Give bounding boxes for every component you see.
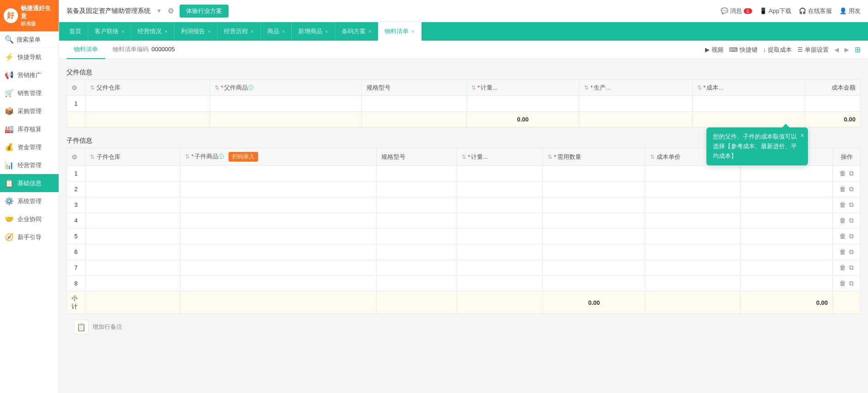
sidebar-item-marketing[interactable]: 📢营销推广: [0, 66, 59, 84]
child-row3-warehouse[interactable]: [85, 197, 181, 213]
nav-tab-8[interactable]: 物料清单×: [378, 22, 421, 41]
child-row5-unit[interactable]: [457, 229, 542, 244]
dropdown-icon[interactable]: ▼: [156, 7, 162, 14]
scan-input-button[interactable]: 扫码录入: [229, 152, 258, 162]
sidebar-item-quick-nav[interactable]: ⚡快捷导航: [0, 48, 59, 66]
nav-tab-close-1[interactable]: ×: [121, 29, 124, 34]
copy-icon-5[interactable]: ⧉: [849, 232, 854, 240]
child-row2-qty[interactable]: [542, 181, 645, 197]
sidebar-search[interactable]: 🔍 搜索菜单: [0, 31, 59, 48]
nav-tab-close-8[interactable]: ×: [411, 29, 414, 34]
gear-icon-child[interactable]: ⚙: [72, 153, 78, 161]
copy-icon-2[interactable]: ⧉: [849, 185, 854, 193]
child-row4-unit[interactable]: [457, 213, 542, 229]
nav-tab-7[interactable]: 条码方案×: [335, 22, 378, 41]
child-row6-product[interactable]: [180, 244, 377, 260]
nav-tab-5[interactable]: 商品×: [261, 22, 292, 41]
child-row3-unit[interactable]: [457, 197, 542, 213]
sidebar-item-purchase[interactable]: 📦采购管理: [0, 102, 59, 120]
child-row8-product[interactable]: [180, 276, 377, 291]
child-row1-unit[interactable]: [457, 166, 542, 181]
child-row3-product[interactable]: [180, 197, 377, 213]
child-row3-qty[interactable]: [542, 197, 645, 213]
sub-tab-list[interactable]: 物料清单: [66, 41, 105, 59]
nav-tab-4[interactable]: 经营历程×: [217, 22, 260, 41]
app-download-button[interactable]: 📱 App下载: [760, 7, 791, 15]
sidebar-item-basic-info[interactable]: 📋基础信息: [0, 174, 59, 192]
nav-tab-1[interactable]: 客户联络×: [88, 22, 131, 41]
child-row5-unit-cost[interactable]: [645, 229, 741, 244]
gear-icon-parent[interactable]: ⚙: [72, 84, 78, 91]
child-row6-warehouse[interactable]: [85, 244, 181, 260]
nav-tab-close-6[interactable]: ×: [325, 29, 328, 34]
child-row2-product[interactable]: [180, 181, 377, 197]
child-row2-spec[interactable]: [377, 181, 457, 197]
copy-icon-1[interactable]: ⧉: [849, 169, 854, 177]
child-row8-warehouse[interactable]: [85, 276, 181, 291]
nav-tab-close-3[interactable]: ×: [208, 29, 211, 34]
nav-tab-close-4[interactable]: ×: [251, 29, 253, 34]
child-row6-unit-cost[interactable]: [645, 244, 741, 260]
gear-icon-header[interactable]: ⚙: [168, 6, 174, 15]
delete-icon-5[interactable]: 🗑: [839, 232, 846, 240]
parent-row1-spec[interactable]: [362, 96, 466, 112]
child-product-info-icon[interactable]: ⓘ: [218, 153, 224, 160]
child-row7-unit[interactable]: [457, 260, 542, 276]
user-button[interactable]: 👤 用友: [839, 7, 861, 15]
extract-cost-button[interactable]: ↓ 提取成本: [763, 46, 792, 54]
child-row8-spec[interactable]: [377, 276, 457, 291]
parent-row1-produce[interactable]: [579, 96, 692, 112]
nav-tab-2[interactable]: 经营情况×: [131, 22, 174, 41]
child-row7-unit-cost[interactable]: [645, 260, 741, 276]
nav-next-icon[interactable]: ▶: [844, 46, 849, 53]
copy-icon-7[interactable]: ⧉: [849, 264, 854, 271]
child-row5-qty[interactable]: [542, 229, 645, 244]
view-video-button[interactable]: ▶ 视频: [705, 46, 723, 54]
copy-icon-8[interactable]: ⧉: [849, 279, 854, 287]
child-row4-product[interactable]: [180, 213, 377, 229]
child-row7-spec[interactable]: [377, 260, 457, 276]
shortcut-button[interactable]: ⌨ 快捷键: [729, 46, 758, 54]
child-row1-unit-cost[interactable]: [645, 166, 741, 181]
child-row6-qty[interactable]: [542, 244, 645, 260]
parent-row1-cost[interactable]: [692, 96, 805, 112]
copy-icon-4[interactable]: ⧉: [849, 217, 854, 224]
nav-tab-close-5[interactable]: ×: [282, 29, 285, 34]
child-row4-warehouse[interactable]: [85, 213, 181, 229]
parent-row1-product[interactable]: [210, 96, 362, 112]
child-row7-qty[interactable]: [542, 260, 645, 276]
child-row1-spec[interactable]: [377, 166, 457, 181]
child-row1-warehouse[interactable]: [85, 166, 181, 181]
child-row3-unit-cost[interactable]: [645, 197, 741, 213]
message-button[interactable]: 💬 消息 6: [721, 7, 752, 15]
child-row7-product[interactable]: [180, 260, 377, 276]
copy-icon-3[interactable]: ⧉: [849, 201, 854, 208]
child-row2-unit[interactable]: [457, 181, 542, 197]
nav-tab-6[interactable]: 新增商品×: [292, 22, 335, 41]
child-row5-warehouse[interactable]: [85, 229, 181, 244]
nav-prev-icon[interactable]: ◀: [834, 46, 839, 53]
nav-tab-0[interactable]: 首页: [63, 22, 88, 41]
child-row6-unit[interactable]: [457, 244, 542, 260]
grid-icon[interactable]: ⊞: [855, 45, 861, 54]
child-row7-warehouse[interactable]: [85, 260, 181, 276]
sidebar-item-system[interactable]: ⚙️系统管理: [0, 192, 59, 210]
child-row4-qty[interactable]: [542, 213, 645, 229]
delete-icon-2[interactable]: 🗑: [839, 185, 846, 193]
delete-icon-7[interactable]: 🗑: [839, 264, 846, 271]
single-setting-button[interactable]: ☰ 单据设置: [797, 46, 829, 54]
parent-row1-unit[interactable]: [466, 96, 579, 112]
child-row8-qty[interactable]: [542, 276, 645, 291]
sidebar-item-sales[interactable]: 🛒销售管理: [0, 84, 59, 102]
nav-tab-3[interactable]: 利润报告×: [175, 22, 217, 41]
sidebar-item-operations[interactable]: 📊经营管理: [0, 156, 59, 174]
delete-icon-4[interactable]: 🗑: [839, 217, 846, 224]
sidebar-item-finance[interactable]: 💰资金管理: [0, 138, 59, 156]
tooltip-close-button[interactable]: ×: [801, 130, 804, 140]
sidebar-item-enterprise[interactable]: 🤝企业协同: [0, 210, 59, 228]
child-row1-qty[interactable]: [542, 166, 645, 181]
child-row4-spec[interactable]: [377, 213, 457, 229]
copy-icon-6[interactable]: ⧉: [849, 248, 854, 255]
child-row2-unit-cost[interactable]: [645, 181, 741, 197]
child-row8-unit[interactable]: [457, 276, 542, 291]
